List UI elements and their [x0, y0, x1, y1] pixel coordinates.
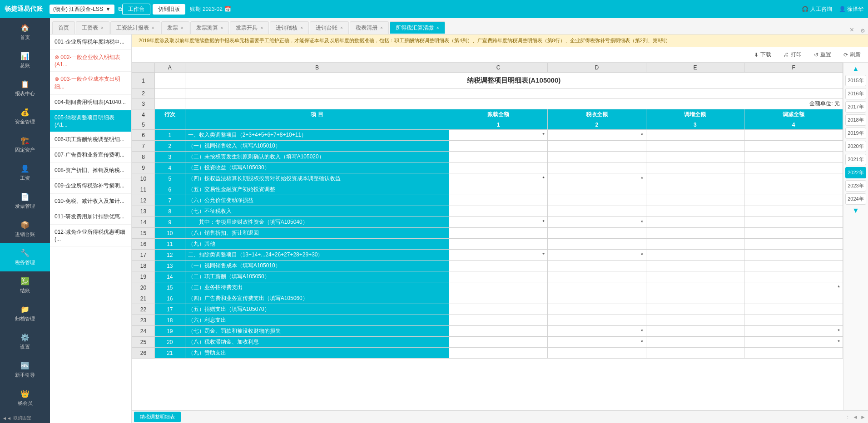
year-btn-2023[interactable]: 2023年	[845, 180, 866, 192]
tab-income-tax-close[interactable]: ×	[436, 25, 439, 30]
sidebar-item-vip[interactable]: 👑 畅会员	[0, 384, 50, 412]
left-item-004[interactable]: 004-期间费用明细表(A1040...	[50, 95, 131, 110]
company-selector[interactable]: (物业) 江西股金-LSS ▼	[50, 5, 114, 14]
sidebar-item-assets[interactable]: 🏗️ 固定资产	[0, 131, 50, 159]
data-row-8: 8 3 （二）未按权责发生制原则确认的收入（填写A105020）	[132, 152, 843, 162]
period-edit-icon[interactable]: 📅	[224, 6, 231, 12]
year-nav-up[interactable]: ▲	[852, 65, 859, 73]
tab-payroll-stats[interactable]: 工资统计报表 ×	[110, 21, 160, 34]
tab-payroll-close[interactable]: ×	[101, 25, 104, 30]
tab-tax-list-close[interactable]: ×	[380, 25, 383, 30]
year-btn-2016[interactable]: 2016年	[845, 88, 866, 99]
year-btn-2018[interactable]: 2018年	[845, 114, 866, 126]
tab-payroll-stats-close[interactable]: ×	[152, 25, 154, 30]
refresh-button[interactable]: ⟳ 刷新	[841, 49, 863, 60]
tab-invoice-calc-close[interactable]: ×	[221, 25, 223, 30]
row-num-2: 2	[132, 89, 155, 98]
data-row-22: 22 17 （五）捐赠支出（填写A105070）	[132, 304, 843, 315]
sidebar-item-payroll[interactable]: 👤 工资	[0, 159, 50, 187]
tab-home[interactable]: 首页	[52, 21, 75, 34]
year-btn-2017[interactable]: 2017年	[845, 101, 866, 113]
tab-sales-ledger-close[interactable]: ×	[340, 25, 343, 30]
workbench-button[interactable]: 工作台	[122, 4, 150, 15]
sidebar-item-archive[interactable]: 📁 归档管理	[0, 300, 50, 328]
left-item-009-label: 009-企业所得税弥补亏损明...	[55, 182, 124, 189]
tab-tax-list[interactable]: 税表清册 ×	[350, 21, 389, 34]
tab-invoice-calc[interactable]: 发票测算 ×	[190, 21, 229, 34]
old-version-button[interactable]: 切到旧版	[153, 4, 185, 15]
spreadsheet-table: A B C D E F 1	[132, 63, 843, 359]
unit-label: 全额单位: 元	[449, 98, 843, 109]
sidebar-item-reports[interactable]: 📋 报表中心	[0, 74, 50, 103]
left-item-003[interactable]: 003-一般企业成本支出明细...	[50, 72, 131, 95]
title-row: 1 纳税调整项目明细表(A105000)	[132, 73, 843, 89]
user-info[interactable]: 👤 徐泽华	[839, 5, 863, 13]
year-btn-2024[interactable]: 2024年	[845, 193, 866, 205]
tab-income-tax[interactable]: 所得税汇算清缴 ×	[390, 21, 445, 34]
sidebar-item-stock[interactable]: 📦 进销台账	[0, 215, 50, 243]
sidebar-item-newbie[interactable]: 🆕 新手引导	[0, 356, 50, 384]
sidebar-item-invoice[interactable]: 📄 发票管理	[0, 187, 50, 215]
sidebar-item-ledger[interactable]: 📊 总账	[0, 46, 50, 74]
sidebar-bottom: ◄◄ 取消固定	[0, 412, 50, 423]
left-item-012[interactable]: 012-减免企业所得税优惠明细(...	[50, 225, 131, 246]
tab-settings-icon[interactable]: ⚙	[858, 28, 868, 34]
main-area: 🏠 首页 📊 总账 📋 报表中心 💰 资金管理 🏗️ 固定资产 👤 工资	[0, 18, 868, 423]
download-button[interactable]: ⬇ 下载	[751, 49, 774, 60]
tab-invoice-label: 发票	[167, 24, 178, 32]
sidebar-unpin-button[interactable]: ◄◄ 取消固定	[0, 412, 50, 423]
year-btn-2019[interactable]: 2019年	[845, 128, 866, 139]
unpin-label: 取消固定	[13, 415, 31, 421]
app-logo: 畅捷通易代账	[5, 5, 43, 13]
reset-button[interactable]: ↺ 重置	[811, 49, 834, 60]
sidebar-funds-label: 资金管理	[15, 118, 35, 125]
col-sub-row: 5 1 2 3 4	[132, 120, 843, 130]
row-num-4: 4	[132, 109, 155, 120]
sub-col-item-empty	[185, 120, 449, 130]
spreadsheet-container[interactable]: A B C D E F 1	[132, 63, 843, 410]
tab-payroll[interactable]: 工资表 ×	[76, 21, 109, 34]
left-item-011[interactable]: 011-研发费用加计扣除优惠...	[50, 209, 131, 225]
sidebar-ledger-label: 总账	[20, 62, 30, 69]
tab-sales-check-close[interactable]: ×	[300, 25, 303, 30]
year-btn-2021[interactable]: 2021年	[845, 154, 866, 165]
tab-sales-ledger[interactable]: 进销台账 ×	[310, 21, 349, 34]
tab-invoice[interactable]: 发票 ×	[161, 21, 189, 34]
data-row-24: 24 19 （七）罚金、罚款和被没收财物的损失 * *	[132, 326, 843, 337]
left-item-005[interactable]: 005-纳税调整项目明细表(A1...	[50, 110, 131, 132]
service-link[interactable]: 🎧 人工咨询	[802, 5, 832, 13]
sidebar-item-funds[interactable]: 💰 资金管理	[0, 103, 50, 131]
bottom-tab-adjust[interactable]: 纳税调整明细表	[134, 412, 181, 422]
left-item-002[interactable]: 002-一般企业收入明细表(A1...	[50, 50, 131, 72]
sidebar-item-settings[interactable]: ⚙️ 设置	[0, 328, 50, 356]
left-item-001[interactable]: 001-企业所得税年度纳税申...	[50, 34, 131, 50]
left-item-008[interactable]: 008-资产折旧、摊销及纳税...	[50, 163, 131, 178]
left-item-009[interactable]: 009-企业所得税弥补亏损明...	[50, 178, 131, 194]
year-btn-2022[interactable]: 2022年	[845, 167, 866, 178]
scroll-right[interactable]: ►	[860, 414, 866, 420]
print-button[interactable]: 🖨 打印	[781, 49, 804, 60]
tab-invoice-close[interactable]: ×	[181, 25, 184, 30]
year-btn-2020[interactable]: 2020年	[845, 141, 866, 152]
newbie-icon: 🆕	[20, 361, 30, 370]
year-nav-down[interactable]: ▼	[852, 207, 859, 215]
tab-sales-check[interactable]: 进销稽核 ×	[270, 21, 309, 34]
tab-invoice-issue-close[interactable]: ×	[260, 25, 263, 30]
sidebar-item-home[interactable]: 🏠 首页	[0, 18, 50, 46]
sidebar-payroll-label: 工资	[20, 175, 30, 182]
tab-invoice-issue[interactable]: 发票开具 ×	[230, 21, 269, 34]
left-item-007[interactable]: 007-广告费和业务宣传费明...	[50, 148, 131, 163]
row-num-5: 5	[132, 120, 155, 130]
sidebar-item-closing[interactable]: 💹 结账	[0, 271, 50, 300]
left-item-010[interactable]: 010-免税、减计收入及加计...	[50, 194, 131, 209]
download-label: 下载	[760, 51, 771, 59]
sidebar-item-tax[interactable]: 🔧 税务管理	[0, 243, 50, 271]
bottom-tab-adjust-label: 纳税调整明细表	[140, 414, 175, 419]
year-btn-2015[interactable]: 2015年	[845, 75, 866, 86]
pin-icon: ◄◄	[2, 416, 11, 421]
scroll-left[interactable]: ◄	[853, 414, 858, 420]
left-item-006[interactable]: 006-职工薪酬纳税调整明细...	[50, 132, 131, 148]
sub-col-1: 1	[449, 120, 548, 130]
close-all-button[interactable]: ×	[846, 26, 858, 34]
copy-icon[interactable]: ⧉	[118, 6, 122, 12]
